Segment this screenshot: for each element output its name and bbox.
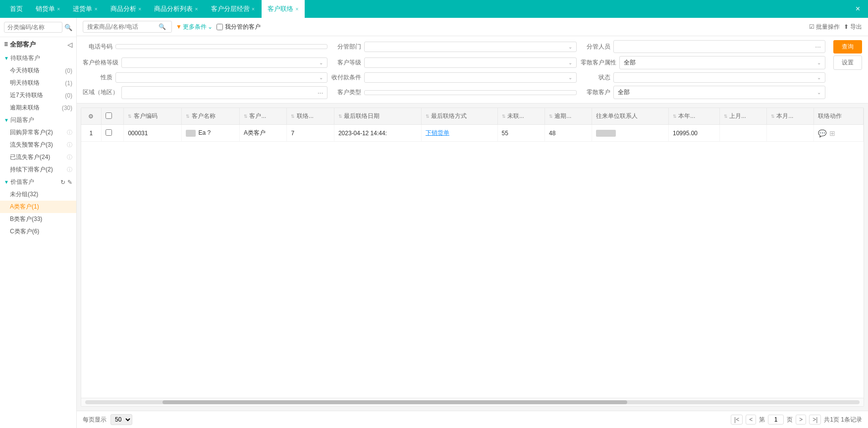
main-search-input[interactable] xyxy=(87,23,157,30)
payment-input[interactable]: ⌄ xyxy=(364,72,576,83)
sidebar-item-c-class[interactable]: C类客户(6) xyxy=(0,225,76,238)
customer-table: ⚙ ⇅ 客户编码 ⇅ 客户名称 xyxy=(81,108,864,142)
next-page-btn[interactable]: > xyxy=(796,415,806,425)
horizontal-scrollbar[interactable] xyxy=(85,400,860,404)
row-checkbox[interactable] xyxy=(106,129,112,136)
qr-icon[interactable]: ⊞ xyxy=(829,129,835,137)
sidebar-item-churn-warning[interactable]: 流失预警客户(3) ⓘ xyxy=(0,139,76,151)
person-input[interactable]: ··· xyxy=(613,40,825,53)
scattered-input[interactable]: 全部 ⌄ xyxy=(613,86,825,99)
sidebar-item-tomorrow-pending[interactable]: 明天待联络 (1) xyxy=(0,77,76,89)
sidebar-value-customer-group[interactable]: ▼ 价值客户 ↻ ✎ xyxy=(0,176,76,188)
col-this-year[interactable]: ⇅ 本年... xyxy=(668,108,719,125)
cell-last-contact-date: 2023-04-12 14:44: xyxy=(334,125,421,142)
gear-icon[interactable]: ⚙ xyxy=(88,113,94,120)
main-layout: 🔍 ⠿ 全部客户 ◁ ▼ 待联络客户 今天待联络 (0) 明天待联络 (1) 近… xyxy=(0,18,868,428)
customer-type-input[interactable] xyxy=(364,90,576,95)
sidebar-item-churned[interactable]: 已流失客户(24) ⓘ xyxy=(0,151,76,163)
sidebar-item-7days-pending[interactable]: 近7天待联络 (0) xyxy=(0,89,76,102)
nav-customer-tier[interactable]: 客户分层经营 × xyxy=(205,0,261,18)
col-settings[interactable]: ⚙ xyxy=(81,108,101,125)
filter-payment: 收付款条件 ⌄ xyxy=(331,72,576,83)
col-unit-contact[interactable]: 往来单位联系人 xyxy=(592,108,669,125)
col-contact-count[interactable]: ⇅ 联络... xyxy=(287,108,334,125)
prev-page-btn[interactable]: < xyxy=(746,415,756,425)
dept-input[interactable]: ⌄ xyxy=(364,42,576,52)
col-code[interactable]: ⇅ 客户编码 xyxy=(124,108,182,125)
query-button[interactable]: 查询 xyxy=(833,40,862,54)
batch-op-btn[interactable]: ☑ 批量操作 xyxy=(809,23,840,31)
message-icon[interactable]: 💬 xyxy=(818,129,826,137)
close-icon[interactable]: × xyxy=(295,6,298,12)
close-icon[interactable]: × xyxy=(57,6,60,12)
sidebar-item-b-class[interactable]: B类客户(33) xyxy=(0,213,76,225)
export-btn[interactable]: ⬆ 导出 xyxy=(844,23,862,31)
chevron-down-icon: ⌄ xyxy=(817,90,821,95)
col-last-month[interactable]: ⇅ 上月... xyxy=(719,108,766,125)
col-this-month[interactable]: ⇅ 本月... xyxy=(766,108,814,125)
nav-customer-contact[interactable]: 客户联络 × xyxy=(262,0,304,18)
edit-icon[interactable]: ✎ xyxy=(67,179,72,186)
cell-checkbox[interactable] xyxy=(101,125,124,142)
sidebar-item-repurchase-abnormal[interactable]: 回购异常客户(2) ⓘ xyxy=(0,126,76,139)
refresh-icon[interactable]: ↻ xyxy=(60,179,65,186)
close-all-button[interactable]: × xyxy=(852,4,864,13)
nature-input[interactable]: ⌄ xyxy=(115,72,327,83)
col-last-contact-date[interactable]: ⇅ 最后联络日期 xyxy=(334,108,421,125)
sidebar-pending-contact-group[interactable]: ▼ 待联络客户 xyxy=(0,52,76,64)
my-customers-check[interactable] xyxy=(217,24,223,30)
sidebar-problem-customer-group[interactable]: ▼ 问题客户 xyxy=(0,114,76,126)
first-page-btn[interactable]: |< xyxy=(731,415,743,425)
col-type[interactable]: ⇅ 客户... xyxy=(240,108,287,125)
col-last-contact-type[interactable]: ⇅ 最后联络方式 xyxy=(422,108,498,125)
select-all-checkbox[interactable] xyxy=(106,112,112,119)
phone-input[interactable] xyxy=(115,44,327,49)
col-overdue[interactable]: ⇅ 逾期... xyxy=(544,108,592,125)
sidebar-search-input[interactable] xyxy=(4,22,62,33)
price-tier-label: 客户价格等级 xyxy=(83,58,118,67)
scattered-attr-input[interactable]: 全部 ⌄ xyxy=(619,56,825,69)
horizontal-scrollbar-area xyxy=(81,398,864,406)
sort-icon: ⇅ xyxy=(128,114,132,119)
close-icon[interactable]: × xyxy=(94,6,97,12)
status-input[interactable]: ⌄ xyxy=(613,72,825,83)
settings-button[interactable]: 设置 xyxy=(833,55,862,70)
nav-product-analysis[interactable]: 商品分析 × xyxy=(105,0,147,18)
main-search-icon[interactable]: 🔍 xyxy=(159,23,166,30)
my-customers-checkbox[interactable]: 我分管的客户 xyxy=(217,23,261,31)
chevron-down-icon: ⌄ xyxy=(817,60,821,65)
sidebar-item-today-pending[interactable]: 今天待联络 (0) xyxy=(0,64,76,77)
sidebar-search-icon[interactable]: 🔍 xyxy=(64,24,72,31)
page-number-input[interactable] xyxy=(768,415,784,425)
cell-last-contact-type[interactable]: 下销货单 xyxy=(422,125,498,142)
col-not-contact[interactable]: ⇅ 未联... xyxy=(497,108,544,125)
nav-purchase-order[interactable]: 进货单 × xyxy=(67,0,103,18)
col-name[interactable]: ⇅ 客户名称 xyxy=(182,108,240,125)
close-icon[interactable]: × xyxy=(252,6,255,12)
price-tier-input[interactable]: ⌄ xyxy=(121,57,327,68)
cell-name: Ea ? xyxy=(182,125,240,142)
sidebar-item-ungrouped[interactable]: 未分组(32) xyxy=(0,188,76,201)
sort-icon: ⇅ xyxy=(549,114,553,119)
sidebar-item-a-class[interactable]: A类客户(1) xyxy=(0,201,76,213)
chevron-down-icon: ⌄ xyxy=(208,23,213,30)
cell-type: A类客户 xyxy=(240,125,287,142)
nav-home[interactable]: 首页 xyxy=(4,0,29,18)
nav-product-analysis-list[interactable]: 商品分析列表 × xyxy=(148,0,204,18)
collapse-icon[interactable]: ◁ xyxy=(67,41,72,49)
sidebar-item-overdue-contact[interactable]: 逾期未联络 (30) xyxy=(0,102,76,114)
close-icon[interactable]: × xyxy=(138,6,141,12)
last-page-btn[interactable]: >| xyxy=(809,415,821,425)
scrollbar-thumb[interactable] xyxy=(163,400,627,404)
sidebar-all-customers[interactable]: ⠿ 全部客户 ◁ xyxy=(0,37,76,52)
cell-unit-contact xyxy=(592,125,669,142)
region-input[interactable]: ··· xyxy=(121,86,327,99)
sidebar-item-declining[interactable]: 持续下滑客户(2) ⓘ xyxy=(0,163,76,176)
filter-bar: 🔍 ▼ 更多条件 ⌄ 我分管的客户 ☑ 批量操作 ⬆ 导出 xyxy=(77,18,868,36)
customer-tier-input[interactable]: ⌄ xyxy=(364,57,576,68)
filter-right-actions: ☑ 批量操作 ⬆ 导出 xyxy=(809,23,862,31)
close-icon[interactable]: × xyxy=(195,6,198,12)
page-size-select[interactable]: 50 xyxy=(110,414,132,425)
more-conditions-btn[interactable]: ▼ 更多条件 ⌄ xyxy=(176,23,213,31)
nav-sales-order[interactable]: 销货单 × xyxy=(30,0,66,18)
